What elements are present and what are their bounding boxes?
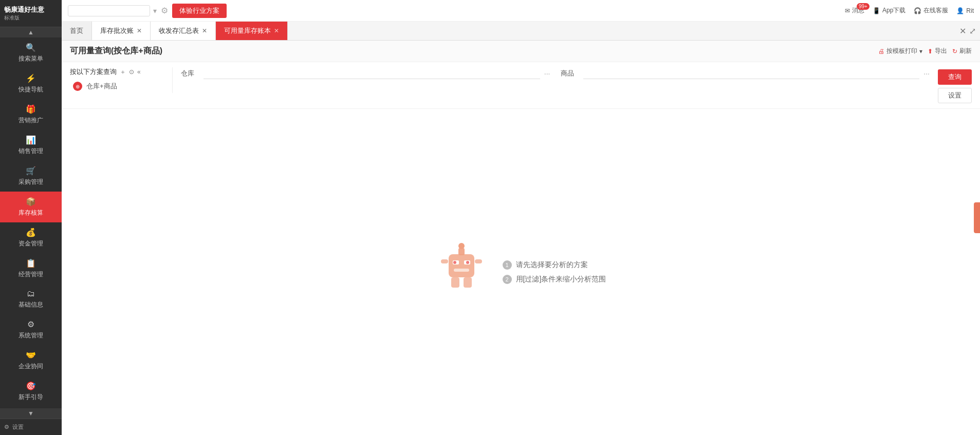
- settings-scheme-icon[interactable]: ⊙: [129, 68, 134, 75]
- empty-hints: 1 请先选择要分析的方案 2 用[过滤]条件来缩小分析范围: [503, 260, 606, 284]
- tab-close-2[interactable]: ✕: [202, 27, 207, 34]
- sidebar-label-11: 新手引导: [19, 393, 43, 402]
- topbar-gear-icon[interactable]: ⚙: [161, 6, 168, 15]
- goods-more-icon[interactable]: ···: [923, 69, 930, 78]
- sidebar-item-系统管理[interactable]: ⚙ 系统管理: [0, 314, 62, 345]
- tab-收发存汇总表[interactable]: 收发存汇总表✕: [151, 22, 216, 40]
- main-area: ▾ ⚙ 体验行业方案 ✉ 消息 99+ 📱 App下载 🎧 在线客服 👤 Rit: [62, 0, 980, 435]
- hint-num-1: 1: [503, 260, 512, 270]
- sidebar-item-企业协同[interactable]: 🤝 企业协同: [0, 345, 62, 376]
- svg-rect-3: [454, 269, 469, 272]
- message-btn[interactable]: ✉ 消息 99+: [845, 6, 864, 15]
- warehouse-label: 仓库: [181, 69, 199, 78]
- app-download-btn[interactable]: 📱 App下载: [873, 6, 905, 15]
- sidebar-item-搜索菜单[interactable]: 🔍 搜索菜单: [0, 37, 62, 68]
- refresh-label: 刷新: [959, 47, 972, 55]
- print-chevron-icon: ▾: [919, 48, 922, 55]
- sidebar-label-8: 基础信息: [19, 300, 43, 309]
- refresh-icon: ↻: [952, 48, 957, 55]
- scheme-item-warehouse-goods[interactable]: ⊕ 仓库+商品: [70, 80, 164, 93]
- sidebar-label-9: 系统管理: [19, 331, 43, 340]
- goods-input[interactable]: [583, 67, 920, 79]
- message-icon: ✉: [845, 7, 850, 14]
- collapse-scheme-icon[interactable]: «: [137, 68, 141, 75]
- message-badge: 99+: [857, 3, 870, 10]
- tab-label-0: 首页: [70, 26, 83, 35]
- sidebar-icon-11: 🎯: [26, 381, 36, 391]
- hint-text-2: 用[过滤]条件来缩小分析范围: [516, 275, 606, 284]
- industry-btn[interactable]: 体验行业方案: [172, 4, 227, 18]
- app-download-label: App下载: [882, 6, 905, 15]
- online-service-btn[interactable]: 🎧 在线客服: [914, 6, 948, 15]
- sidebar-icon-2: 🎁: [26, 104, 36, 114]
- sidebar-icon-0: 🔍: [26, 43, 36, 52]
- filter-scheme-header: 按以下方案查询 ＋ ⊙ «: [70, 67, 164, 77]
- hint-text-1: 请先选择要分析的方案: [516, 260, 588, 270]
- user-btn[interactable]: 👤 Rit: [956, 7, 974, 14]
- side-scroll-indicator[interactable]: [974, 202, 980, 233]
- sidebar-scroll-up[interactable]: ▲: [0, 27, 62, 37]
- sidebar-bottom[interactable]: ⚙ 设置: [0, 419, 62, 435]
- tab-close-1[interactable]: ✕: [137, 27, 142, 34]
- filter-area: 按以下方案查询 ＋ ⊙ « ⊕ 仓库+商品 仓库 ··· 商品: [62, 62, 980, 109]
- search-chevron-icon[interactable]: ▾: [153, 7, 157, 15]
- svg-point-10: [453, 261, 456, 264]
- warehouse-more-icon[interactable]: ···: [544, 69, 550, 78]
- sidebar-item-经营管理[interactable]: 📋 经营管理: [0, 253, 62, 284]
- filter-fields: 仓库 ··· 商品 ···: [181, 67, 930, 79]
- svg-rect-7: [475, 259, 482, 263]
- sidebar-scroll-down[interactable]: ▼: [0, 408, 62, 419]
- search-input[interactable]: [68, 5, 150, 16]
- add-scheme-icon[interactable]: ＋: [120, 68, 126, 77]
- tab-首页[interactable]: 首页: [62, 22, 92, 40]
- filter-actions: 查询 设置: [938, 67, 972, 103]
- print-action[interactable]: 🖨 按模板打印 ▾: [878, 47, 922, 55]
- sidebar-icon-5: 📦: [26, 197, 36, 206]
- tab-close-all-btn[interactable]: ✕: [959, 26, 966, 36]
- filter-field-goods: 商品 ···: [561, 67, 930, 79]
- tab-label-3: 可用量库存账本: [224, 26, 271, 35]
- tab-库存批次账[interactable]: 库存批次账✕: [92, 22, 151, 40]
- tab-可用量库存账本[interactable]: 可用量库存账本✕: [216, 22, 288, 40]
- sidebar-item-新手引导[interactable]: 🎯 新手引导: [0, 376, 62, 407]
- refresh-action[interactable]: ↻ 刷新: [952, 47, 972, 55]
- sidebar-nav: 🔍 搜索菜单 ⚡ 快捷导航 🎁 营销推广 📊 销售管理 🛒 采购管理 📦 库存核…: [0, 37, 62, 408]
- sidebar-item-基础信息[interactable]: 🗂 基础信息: [0, 284, 62, 314]
- warehouse-input[interactable]: [204, 67, 540, 79]
- empty-robot-illustration: [436, 239, 487, 305]
- sidebar-logo: 畅康通好生意 标准版: [0, 0, 62, 27]
- print-icon: 🖨: [878, 48, 884, 55]
- app-edition: 标准版: [4, 14, 20, 22]
- hint-num-2: 2: [503, 275, 512, 284]
- sidebar: 畅康通好生意 标准版 ▲ 🔍 搜索菜单 ⚡ 快捷导航 🎁 营销推广 📊 销售管理…: [0, 0, 62, 435]
- settings-icon: ⚙: [4, 424, 9, 430]
- sidebar-item-库存核算[interactable]: 📦 库存核算: [0, 192, 62, 222]
- sidebar-item-快捷导航[interactable]: ⚡ 快捷导航: [0, 68, 62, 99]
- sidebar-item-资金管理[interactable]: 💰 资金管理: [0, 222, 62, 253]
- export-action[interactable]: ⬆ 导出: [928, 47, 947, 55]
- query-button[interactable]: 查询: [938, 69, 972, 85]
- sidebar-item-采购管理[interactable]: 🛒 采购管理: [0, 161, 62, 192]
- sidebar-label-2: 营销推广: [19, 116, 43, 125]
- svg-rect-8: [451, 277, 459, 288]
- goods-label: 商品: [561, 69, 579, 78]
- svg-point-11: [466, 261, 469, 264]
- phone-icon: 📱: [873, 7, 880, 14]
- sidebar-icon-10: 🤝: [26, 350, 36, 360]
- tab-close-3[interactable]: ✕: [274, 27, 279, 34]
- search-area: ▾: [68, 5, 157, 16]
- user-avatar: 👤: [956, 7, 964, 14]
- settings-button[interactable]: 设置: [938, 88, 972, 103]
- sidebar-icon-9: ⚙: [27, 319, 34, 329]
- sidebar-item-营销推广[interactable]: 🎁 营销推广: [0, 99, 62, 130]
- svg-point-5: [458, 243, 465, 249]
- sidebar-label-0: 搜索菜单: [19, 54, 43, 63]
- tab-maximize-btn[interactable]: ⤢: [969, 26, 976, 36]
- sidebar-label-3: 销售管理: [19, 147, 43, 156]
- print-label: 按模板打印: [886, 47, 917, 55]
- empty-hint-2: 2 用[过滤]条件来缩小分析范围: [503, 275, 606, 284]
- export-icon: ⬆: [928, 48, 933, 55]
- sidebar-item-销售管理[interactable]: 📊 销售管理: [0, 130, 62, 161]
- empty-hint-1: 1 请先选择要分析的方案: [503, 260, 606, 270]
- svg-rect-0: [449, 254, 474, 277]
